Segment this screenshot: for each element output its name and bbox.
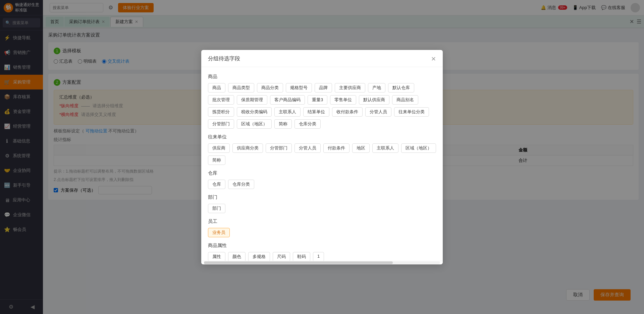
field-section-部门: 部门部门: [208, 194, 436, 213]
modal-body: 商品商品商品类型商品分类规格型号品牌主要供应商产地默认仓库批次管理保质期管理客户…: [201, 67, 443, 261]
field-tag[interactable]: 默认仓库: [388, 83, 414, 92]
field-tag[interactable]: 多规格: [248, 252, 270, 261]
field-tags: 属性颜色多规格尺码鞋码1: [208, 252, 436, 261]
field-tag[interactable]: 1: [313, 252, 324, 261]
field-tag[interactable]: 供应商: [208, 143, 230, 153]
field-tag[interactable]: 主要供应商: [335, 83, 365, 92]
field-tag[interactable]: 产地: [368, 83, 385, 92]
modal-title: 分组待选字段: [208, 55, 240, 62]
section-title: 部门: [208, 194, 436, 200]
field-tag[interactable]: 区域（地区）: [401, 143, 436, 153]
field-tag[interactable]: 保质期管理: [237, 95, 267, 105]
field-section-员工: 员工业务员: [208, 218, 436, 237]
scrollbar-thumb: [204, 261, 393, 264]
field-tag[interactable]: 主联系人: [372, 143, 398, 153]
field-tag[interactable]: 颜色: [228, 252, 246, 261]
field-tags: 供应商供应商分类分管部门分管人员付款条件地区主联系人区域（地区）简称: [208, 143, 436, 165]
field-tag[interactable]: 商品分类: [257, 83, 283, 92]
field-tag[interactable]: 属性: [208, 252, 225, 261]
field-tag[interactable]: 往来单位分类: [394, 107, 429, 117]
modal-dialog: 分组待选字段 ✕ 商品商品商品类型商品分类规格型号品牌主要供应商产地默认仓库批次…: [201, 50, 443, 264]
field-tag[interactable]: 品牌: [315, 83, 332, 92]
field-section-商品属性: 商品属性属性颜色多规格尺码鞋码1: [208, 243, 436, 261]
modal-overlay: 分组待选字段 ✕ 商品商品商品类型商品分类规格型号品牌主要供应商产地默认仓库批次…: [0, 0, 644, 314]
field-tag[interactable]: 批次管理: [208, 95, 234, 105]
field-tag[interactable]: 税收分类编码: [237, 107, 272, 117]
section-title: 商品: [208, 74, 436, 80]
field-tag[interactable]: 零售单位: [330, 95, 356, 105]
field-tag[interactable]: 分管人员: [294, 143, 321, 153]
field-tags: 仓库仓库分类: [208, 180, 436, 189]
field-tag[interactable]: 结算单位: [303, 107, 329, 117]
field-tag[interactable]: 仓库: [208, 180, 225, 189]
field-tag[interactable]: 商品别名: [392, 95, 418, 105]
field-tag[interactable]: 商品类型: [228, 83, 254, 92]
field-tag[interactable]: 默认供应商: [359, 95, 389, 105]
modal-close-button[interactable]: ✕: [431, 55, 436, 63]
field-tag[interactable]: 商品: [208, 83, 225, 92]
horizontal-scrollbar[interactable]: [204, 261, 440, 264]
field-tag[interactable]: 分管部门: [266, 143, 292, 153]
field-tag[interactable]: 客户商品编码: [270, 95, 305, 105]
field-tag[interactable]: 部门: [208, 204, 225, 213]
field-section-仓库: 仓库仓库仓库分类: [208, 170, 436, 189]
section-title: 仓库: [208, 170, 436, 176]
field-tag[interactable]: 付款条件: [323, 143, 350, 153]
section-title: 员工: [208, 218, 436, 225]
field-section-商品: 商品商品商品类型商品分类规格型号品牌主要供应商产地默认仓库批次管理保质期管理客户…: [208, 74, 436, 129]
field-tag[interactable]: 简称: [208, 155, 225, 165]
field-tag[interactable]: 重量3: [308, 95, 327, 105]
section-title: 商品属性: [208, 243, 436, 249]
field-tag[interactable]: 收付款条件: [332, 107, 363, 117]
field-tag[interactable]: 鞋码: [293, 252, 310, 261]
field-tag[interactable]: 区域（地区）: [237, 119, 272, 129]
section-title: 往来单位: [208, 134, 436, 140]
field-tags: 部门: [208, 204, 436, 213]
field-tag[interactable]: 拣货积分: [208, 107, 234, 117]
field-tag[interactable]: 仓库分类: [228, 180, 254, 189]
field-tag[interactable]: 分管人员: [365, 107, 391, 117]
field-tags: 业务员: [208, 228, 436, 237]
field-tags: 商品商品类型商品分类规格型号品牌主要供应商产地默认仓库批次管理保质期管理客户商品…: [208, 83, 436, 129]
field-tag[interactable]: 主联系人: [274, 107, 301, 117]
field-tag[interactable]: 地区: [352, 143, 370, 153]
field-tag[interactable]: 业务员: [208, 228, 230, 237]
field-tag[interactable]: 简称: [274, 119, 292, 129]
field-tag[interactable]: 供应商分类: [232, 143, 263, 153]
field-section-往来单位: 往来单位供应商供应商分类分管部门分管人员付款条件地区主联系人区域（地区）简称: [208, 134, 436, 165]
modal-header: 分组待选字段 ✕: [201, 50, 443, 67]
modal-scrollbar-area: [201, 261, 443, 264]
field-tag[interactable]: 仓库分类: [294, 119, 321, 129]
field-tag[interactable]: 分管部门: [208, 119, 234, 129]
field-tag[interactable]: 尺码: [273, 252, 290, 261]
field-tag[interactable]: 规格型号: [286, 83, 312, 92]
